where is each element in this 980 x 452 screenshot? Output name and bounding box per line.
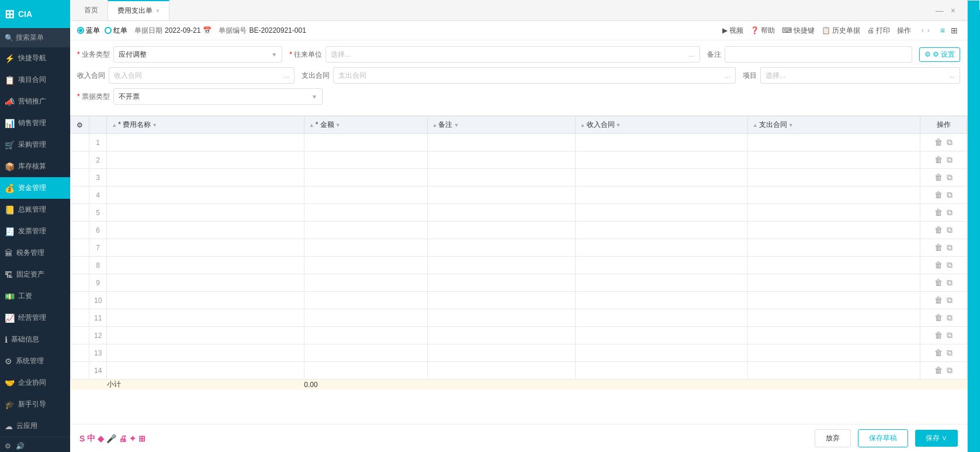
row-amount[interactable] — [304, 292, 427, 309]
row-expense-name[interactable] — [107, 274, 304, 292]
row-amount[interactable] — [304, 327, 427, 344]
row-expense-contract[interactable] — [747, 327, 920, 344]
row-delete-btn[interactable]: 🗑 — [933, 206, 944, 218]
row-amount[interactable] — [304, 239, 427, 257]
row-expense-contract[interactable] — [747, 292, 920, 309]
row-amount[interactable] — [304, 204, 427, 222]
edge-tab-attachment[interactable]: 附件 — [968, 0, 979, 10]
row-expense-contract[interactable] — [747, 257, 920, 274]
amount-sort-down[interactable]: ▼ — [335, 122, 341, 128]
row-expense-contract[interactable] — [747, 274, 920, 292]
row-remark[interactable] — [427, 151, 575, 169]
row-amount[interactable] — [304, 134, 427, 151]
calendar-icon[interactable]: 📅 — [203, 26, 212, 34]
row-remark[interactable] — [427, 257, 575, 274]
sidebar-item-purchase-mgmt[interactable]: 🛒采购管理 — [0, 134, 70, 156]
sidebar-item-new-guide[interactable]: 🎓新手引导 — [0, 394, 70, 415]
tab-home[interactable]: 首页 — [75, 1, 108, 20]
row-amount[interactable] — [304, 309, 427, 327]
window-close-btn[interactable]: × — [948, 5, 958, 16]
income-sort-up[interactable]: ▲ — [580, 122, 586, 128]
row-remark[interactable] — [427, 309, 575, 327]
row-amount[interactable] — [304, 362, 427, 379]
tab-expense[interactable]: 费用支出单 × — [108, 0, 169, 20]
minimize-btn[interactable]: — — [933, 5, 946, 16]
row-copy-btn[interactable]: ⧉ — [946, 347, 954, 359]
sidebar-item-sales-mgmt[interactable]: 📊销售管理 — [0, 112, 70, 134]
expense-sort-down[interactable]: ▼ — [788, 122, 794, 128]
row-income-contract[interactable] — [575, 239, 747, 257]
shortcut-btn[interactable]: ⌨ 快捷键 — [782, 26, 815, 36]
project-input[interactable]: 选择... ... — [760, 67, 960, 84]
sort-up-icon[interactable]: ▲ — [112, 122, 117, 128]
row-amount[interactable] — [304, 274, 427, 292]
row-expense-contract[interactable] — [747, 309, 920, 327]
sidebar-item-ops-mgmt[interactable]: 📈经营管理 — [0, 307, 70, 329]
date-value[interactable]: 2022-09-21 — [165, 26, 200, 34]
row-amount[interactable] — [304, 257, 427, 274]
row-delete-btn[interactable]: 🗑 — [933, 154, 944, 165]
tab-close-icon[interactable]: × — [156, 8, 160, 14]
row-copy-btn[interactable]: ⧉ — [946, 171, 954, 184]
row-income-contract[interactable] — [575, 327, 747, 344]
row-income-contract[interactable] — [575, 151, 747, 169]
row-copy-btn[interactable]: ⧉ — [946, 312, 954, 324]
row-income-contract[interactable] — [575, 274, 747, 292]
sidebar-item-quick-nav[interactable]: ⚡快捷导航 — [0, 47, 70, 69]
row-copy-btn[interactable]: ⧉ — [946, 154, 954, 166]
ops-btn[interactable]: 操作 — [897, 26, 911, 36]
row-copy-btn[interactable]: ⧉ — [946, 241, 954, 254]
row-remark[interactable] — [427, 134, 575, 151]
sidebar-item-sys-mgmt[interactable]: ⚙系统管理 — [0, 350, 70, 372]
print-btn[interactable]: 🖨 打印 — [867, 26, 890, 36]
sidebar-item-enterprise[interactable]: 🤝企业协同 — [0, 372, 70, 394]
help-btn[interactable]: ❓ 帮助 — [750, 26, 775, 36]
sidebar-item-tax-mgmt[interactable]: 🏛税务管理 — [0, 242, 70, 264]
partner-input[interactable]: 选择... ... — [325, 46, 699, 63]
row-copy-btn[interactable]: ⧉ — [946, 294, 954, 306]
row-delete-btn[interactable]: 🗑 — [933, 259, 944, 271]
remark-sort-up[interactable]: ▲ — [432, 122, 438, 128]
row-amount[interactable] — [304, 169, 427, 187]
save-btn[interactable]: 保存 ∨ — [915, 430, 958, 447]
row-amount[interactable] — [304, 344, 427, 362]
row-copy-btn[interactable]: ⧉ — [946, 206, 954, 219]
row-delete-btn[interactable]: 🗑 — [933, 171, 944, 183]
row-copy-btn[interactable]: ⧉ — [946, 224, 954, 236]
sidebar-item-cloud-app[interactable]: ☁云应用 — [0, 415, 70, 437]
row-income-contract[interactable] — [575, 169, 747, 187]
row-income-contract[interactable] — [575, 257, 747, 274]
amount-sort-up[interactable]: ▲ — [309, 122, 314, 128]
sidebar-item-ledger-mgmt[interactable]: 📒总账管理 — [0, 199, 70, 220]
row-income-contract[interactable] — [575, 292, 747, 309]
row-expense-name[interactable] — [107, 292, 304, 309]
row-income-contract[interactable] — [575, 362, 747, 379]
invoice-type-input[interactable]: 不开票 ▼ — [113, 88, 323, 105]
row-expense-contract[interactable] — [747, 344, 920, 362]
expense-contract-input[interactable]: 支出合同 ... — [333, 67, 736, 84]
nav-next-btn[interactable]: › — [926, 25, 931, 36]
row-expense-name[interactable] — [107, 344, 304, 362]
income-sort-down[interactable]: ▼ — [616, 122, 621, 128]
row-expense-name[interactable] — [107, 222, 304, 239]
nav-prev-btn[interactable]: ‹ — [920, 25, 925, 36]
radio-red[interactable]: 红单 — [105, 26, 127, 36]
row-expense-contract[interactable] — [747, 151, 920, 169]
row-delete-btn[interactable]: 🗑 — [933, 136, 944, 148]
row-remark[interactable] — [427, 222, 575, 239]
business-type-input[interactable]: 应付调整 ▼ — [113, 46, 282, 63]
row-remark[interactable] — [427, 204, 575, 222]
sidebar-search[interactable]: 🔍 搜索菜单 — [0, 28, 70, 47]
sort-down-icon[interactable]: ▼ — [152, 122, 157, 128]
sidebar-item-basic-info[interactable]: ℹ基础信息 — [0, 329, 70, 350]
expense-sort-up[interactable]: ▲ — [753, 122, 758, 128]
project-dots[interactable]: ... — [949, 71, 955, 80]
row-delete-btn[interactable]: 🗑 — [933, 241, 944, 253]
row-delete-btn[interactable]: 🗑 — [933, 294, 944, 306]
remark-sort-down[interactable]: ▼ — [453, 122, 459, 128]
radio-blue[interactable]: 蓝单 — [77, 26, 100, 36]
view-list-btn[interactable]: ≡ — [938, 25, 947, 36]
table-settings-icon[interactable]: ⚙ — [77, 121, 83, 129]
row-copy-btn[interactable]: ⧉ — [946, 364, 954, 377]
row-expense-contract[interactable] — [747, 187, 920, 204]
